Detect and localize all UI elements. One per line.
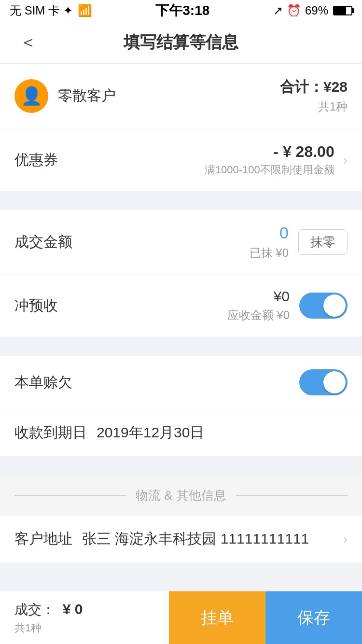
- transaction-right: 0 已抹 ¥0 抹零: [250, 224, 348, 261]
- address-chevron-icon: ›: [343, 532, 348, 547]
- bottom-deal-row: 成交： ¥ 0: [14, 601, 154, 619]
- transaction-row: 成交金额 0 已抹 ¥0 抹零: [0, 210, 362, 275]
- back-button[interactable]: ＜: [14, 26, 42, 59]
- credit-card: 本单赊欠 收款到期日 2019年12月30日: [0, 356, 362, 456]
- bottom-bar: 成交： ¥ 0 共1种 挂单 保存: [0, 591, 362, 644]
- coupon-label: 优惠券: [14, 150, 58, 170]
- status-right: ↗ ⏰ 69%: [273, 4, 352, 17]
- transaction-amount-col: 0 已抹 ¥0: [250, 224, 289, 261]
- prepay-toggle[interactable]: [299, 293, 348, 319]
- prepay-row: 冲预收 ¥0 应收金额 ¥0: [0, 275, 362, 336]
- total-count: 共1种: [280, 99, 348, 114]
- status-time: 下午3:18: [155, 1, 209, 20]
- due-date-label: 收款到期日: [14, 423, 87, 443]
- prepay-label: 冲预收: [14, 296, 58, 316]
- sim-label: 无 SIM 卡 ✦: [10, 3, 73, 18]
- coupon-discount: - ¥ 28.00: [273, 143, 334, 161]
- bottom-deal-amount: ¥ 0: [63, 601, 83, 617]
- due-date-value: 2019年12月30日: [97, 423, 204, 443]
- coupon-row[interactable]: 优惠券 - ¥ 28.00 满1000-100不限制使用金额 ›: [0, 129, 362, 191]
- bottom-deal-label: 成交：: [14, 602, 55, 617]
- address-row[interactable]: 客户地址 张三 海淀永丰科技园 11111111111 ›: [0, 516, 362, 562]
- nav-bar: ＜ 填写结算等信息: [0, 21, 362, 64]
- prepay-right: ¥0 应收金额 ¥0: [227, 288, 348, 323]
- battery-icon: [333, 6, 352, 15]
- wifi-icon: 📶: [78, 4, 92, 17]
- transaction-card: 成交金额 0 已抹 ¥0 抹零 冲预收 ¥0 应收金额 ¥0: [0, 210, 362, 336]
- prepay-amount: ¥0: [227, 288, 290, 305]
- bottom-count: 共1种: [14, 621, 154, 635]
- transaction-label: 成交金额: [14, 232, 72, 252]
- logistics-line-right: [236, 495, 348, 496]
- avatar: 👤: [14, 79, 48, 113]
- credit-row: 本单赊欠: [0, 356, 362, 409]
- save-button[interactable]: 保存: [265, 591, 362, 644]
- address-value: 张三 海淀永丰科技园 11111111111: [82, 529, 339, 549]
- logistics-header: 物流 & 其他信息: [0, 476, 362, 516]
- coupon-desc: 满1000-100不限制使用金额: [205, 163, 334, 177]
- total-amount: 合计：¥28: [280, 77, 348, 97]
- location-icon: ↗: [273, 4, 283, 17]
- status-left: 无 SIM 卡 ✦ 📶: [10, 3, 92, 18]
- logistics-line-left: [14, 495, 126, 496]
- credit-toggle[interactable]: [299, 369, 348, 395]
- page-title: 填写结算等信息: [124, 31, 238, 54]
- bottom-info: 成交： ¥ 0 共1种: [0, 601, 169, 635]
- customer-total: 合计：¥28 共1种: [280, 77, 348, 114]
- logistics-card: 物流 & 其他信息 客户地址 张三 海淀永丰科技园 11111111111 ›: [0, 476, 362, 562]
- customer-left: 👤 零散客户: [14, 79, 116, 113]
- status-bar: 无 SIM 卡 ✦ 📶 下午3:18 ↗ ⏰ 69%: [0, 0, 362, 21]
- round-off-button[interactable]: 抹零: [298, 229, 348, 255]
- divider-1: [0, 200, 362, 210]
- transaction-amount: 0: [279, 224, 289, 242]
- content-area: 👤 零散客户 合计：¥28 共1种 优惠券 - ¥ 28.00 满1000-10…: [0, 64, 362, 630]
- coupon-amount-col: - ¥ 28.00 满1000-100不限制使用金额: [205, 143, 334, 177]
- logistics-label: 物流 & 其他信息: [136, 487, 226, 504]
- customer-card: 👤 零散客户 合计：¥28 共1种 优惠券 - ¥ 28.00 满1000-10…: [0, 64, 362, 191]
- hold-button[interactable]: 挂单: [169, 591, 265, 644]
- coupon-chevron-icon: ›: [343, 153, 348, 168]
- battery-percent: 69%: [305, 4, 328, 17]
- alarm-icon: ⏰: [287, 4, 301, 17]
- due-date-row: 收款到期日 2019年12月30日: [0, 409, 362, 456]
- divider-3: [0, 466, 362, 476]
- prepay-amounts: ¥0 应收金额 ¥0: [227, 288, 290, 323]
- prepay-toggle-knob: [323, 294, 346, 317]
- coupon-right: - ¥ 28.00 满1000-100不限制使用金额 ›: [205, 143, 348, 177]
- customer-row: 👤 零散客户 合计：¥28 共1种: [0, 64, 362, 128]
- address-label: 客户地址: [14, 529, 72, 549]
- credit-label: 本单赊欠: [14, 373, 72, 392]
- divider-2: [0, 346, 362, 356]
- prepay-sub: 应收金额 ¥0: [227, 308, 290, 323]
- customer-name: 零散客户: [58, 86, 116, 106]
- credit-toggle-knob: [323, 371, 346, 393]
- transaction-sub: 已抹 ¥0: [250, 245, 289, 261]
- avatar-icon: 👤: [21, 86, 42, 106]
